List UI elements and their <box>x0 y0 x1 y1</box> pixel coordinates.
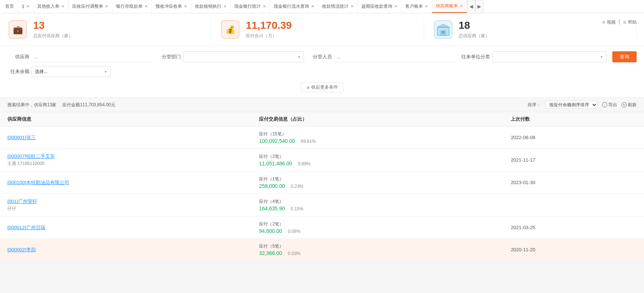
export-button[interactable]: ↑ 导出 <box>602 102 617 108</box>
supplier-link[interactable]: [000012]广州贝瑞 <box>7 224 259 231</box>
nav-next-arrow[interactable]: ▶ <box>475 0 483 13</box>
search-button[interactable]: 查询 <box>612 51 637 62</box>
close-icon[interactable]: ✕ <box>105 4 108 9</box>
payable-info: 164,635.90 0.15% <box>259 205 511 211</box>
last-payment-cell: 2021-03-25 <box>511 225 637 230</box>
table-row: [000001]张三 应付（15笔） 100,092,540.00 89.61%… <box>0 127 644 149</box>
close-icon[interactable]: ✕ <box>394 4 398 9</box>
payable-amount[interactable]: 94,600.00 <box>259 228 282 234</box>
close-icon[interactable]: ✕ <box>460 4 463 8</box>
nav-tab-customer-ledger[interactable]: 客户账本 ✕ <box>402 0 432 13</box>
close-icon[interactable]: ✕ <box>350 4 354 9</box>
nav-tab-prepay[interactable]: 预收冲应收单 ✕ <box>152 0 191 13</box>
payable-info-cell: 应付（2笔） 11,051,486.00 9.89% <box>259 154 511 166</box>
table-row: [000100]本特勤油品有限公司 应付（1笔） 258,000.00 0.23… <box>0 172 644 194</box>
nav-tab-home[interactable]: 首页 <box>1 0 18 13</box>
card2-label: 应付合计（万） <box>246 33 292 39</box>
help-link[interactable]: ⊙ 帮助 <box>623 19 637 25</box>
supplier-link[interactable]: [000002]李四 <box>7 247 259 253</box>
payable-label: 应付（2笔） <box>259 154 511 160</box>
payable-amount[interactable]: 11,051,486.00 <box>259 161 292 166</box>
nav-tab-receipt-stat[interactable]: 收款情况统计 ✕ <box>318 0 358 13</box>
nav-tab-3[interactable]: 3 ✕ <box>18 0 34 13</box>
last-payment-date: 2021-11-17 <box>511 157 535 163</box>
supplier-info-cell: [000002]李四 <box>7 247 259 253</box>
person-filter-label: 分管人员 <box>310 54 332 60</box>
results-summary: 搜索结果中，供应商13家 应付金额111,703,854.00元 <box>7 102 115 108</box>
nav-tab-cash-bank-stat[interactable]: 现金银行统计 ✕ <box>231 0 270 13</box>
supplier-info-cell: [000007]恒旺二手叉车 王通 17106110000 <box>7 153 259 167</box>
svg-text:💼: 💼 <box>13 25 23 35</box>
sort-select[interactable]: 按应付余额倒序排序 <box>545 101 598 109</box>
video-link[interactable]: ⊙ 视频 <box>602 19 616 25</box>
close-icon[interactable]: ✕ <box>184 4 187 9</box>
payable-amount[interactable]: 164,635.90 <box>259 206 285 211</box>
balance-select-wrapper: 选择... ▼ <box>32 66 111 77</box>
close-icon[interactable]: ✕ <box>144 4 148 9</box>
supplier-filter-label: 供应商 <box>7 54 29 60</box>
nav-prev-arrow[interactable]: ◀ <box>467 0 475 13</box>
close-icon[interactable]: ✕ <box>425 4 428 9</box>
refresh-button[interactable]: ↻ 刷新 <box>622 102 637 108</box>
payable-pct: 0.23% <box>291 184 303 189</box>
close-icon[interactable]: ✕ <box>263 4 266 9</box>
card2-info: 11,170.39 应付合计（万） <box>246 20 292 39</box>
nav-tab-other-income[interactable]: 其他收入单 ✕ <box>34 0 69 13</box>
dept-filter-label: 分管部门 <box>159 54 181 60</box>
close-icon[interactable]: ✕ <box>61 4 64 9</box>
supplier-link[interactable]: [000007]恒旺二手叉车 <box>7 153 259 160</box>
svg-text:💰: 💰 <box>225 25 236 35</box>
filter-area: 供应商 分管部门 ▼ 分管人员 往来单位分类 ▼ 查询 <box>0 46 644 98</box>
top-navigation: 首页 3 ✕ 其他收入单 ✕ 应收应付调整单 ✕ 银行存取款单 ✕ 预收冲应收单… <box>0 0 644 13</box>
main-table: 供应商信息 应付交易信息（占比） 上次付数 [000001]张三 应付（15笔）… <box>0 112 644 261</box>
col-last-payment-header: 上次付数 <box>511 116 637 123</box>
filter-category: 往来单位分类 ▼ <box>461 51 607 62</box>
payable-amount[interactable]: 258,000.00 <box>259 183 285 189</box>
last-payment-cell: 2021-11-17 <box>511 157 637 163</box>
close-icon[interactable]: ✕ <box>26 4 29 9</box>
col-payable-header: 应付交易信息（占比） <box>259 116 511 123</box>
payable-info-cell: 应付（2笔） 94,600.00 0.08% <box>259 221 511 234</box>
payable-icon: 💰 <box>220 19 241 40</box>
payable-info: 11,051,486.00 9.89% <box>259 160 511 166</box>
last-payment-date: 2023-01-30 <box>511 180 535 185</box>
payable-label: 应付（5笔） <box>259 243 511 249</box>
balance-filter-label: 往来余额 <box>7 68 29 75</box>
close-icon[interactable]: ✕ <box>223 4 227 9</box>
dept-select[interactable] <box>183 51 304 62</box>
summary-card-suppliers: 💼 13 总应付供应商（家） <box>7 19 211 40</box>
category-select[interactable] <box>492 51 607 62</box>
payable-amount[interactable]: 32,366.00 <box>259 250 282 256</box>
supplier-link[interactable]: [001]广州荣轩 <box>7 198 259 205</box>
payable-pct: 0.03% <box>288 251 300 256</box>
last-payment-date: 2020-11-20 <box>511 247 535 252</box>
results-summary-text: 搜索结果中，供应商13家 <box>7 102 56 108</box>
nav-tab-cash-bank-flow[interactable]: 现金银行流水查询 ✕ <box>270 0 318 13</box>
supplier-link[interactable]: [000100]本特勤油品有限公司 <box>7 179 259 186</box>
nav-tab-receipt[interactable]: 收款核销执行 ✕ <box>191 0 231 13</box>
payable-info: 100,092,540.00 89.61% <box>259 137 511 144</box>
payable-amount[interactable]: 100,092,540.00 <box>259 138 295 144</box>
nav-tab-bank-deposit[interactable]: 银行存取款单 ✕ <box>112 0 152 13</box>
nav-tab-ar-ap-adjust[interactable]: 应收应付调整单 ✕ <box>69 0 112 13</box>
last-payment-date: 2022-08-08 <box>511 135 535 140</box>
nav-tab-supplier-ledger[interactable]: 供应商账本 ✕ <box>432 0 467 13</box>
nav-tab-overdue[interactable]: 超期应收款查询 ✕ <box>358 0 402 13</box>
last-payment-cell: 2020-11-20 <box>511 247 637 252</box>
filter-supplier: 供应商 <box>7 51 153 62</box>
balance-select[interactable]: 选择... <box>32 66 111 77</box>
supplier-input[interactable] <box>32 51 153 62</box>
svg-rect-9 <box>442 31 445 33</box>
table-row: [000007]恒旺二手叉车 王通 17106110000 应付（2笔） 11,… <box>0 149 644 172</box>
card3-label: 总供应商（家） <box>459 33 490 39</box>
supplier-sub: 王通 17106110000 <box>7 161 259 167</box>
supplier-info-cell: [001]广州荣轩 仔仔 <box>7 198 259 212</box>
filter-balance: 往来余额 选择... ▼ <box>7 66 111 77</box>
last-payment-cell: 2023-01-30 <box>511 180 637 185</box>
close-icon[interactable]: ✕ <box>311 4 314 9</box>
table-row: [000002]李四 应付（5笔） 32,366.00 0.03% 2020-1… <box>0 239 644 261</box>
collapse-button[interactable]: ∧ 收起更多条件 <box>301 82 343 92</box>
person-input[interactable] <box>334 51 455 62</box>
payable-info: 32,366.00 0.03% <box>259 249 511 256</box>
supplier-link[interactable]: [000001]张三 <box>7 134 259 141</box>
